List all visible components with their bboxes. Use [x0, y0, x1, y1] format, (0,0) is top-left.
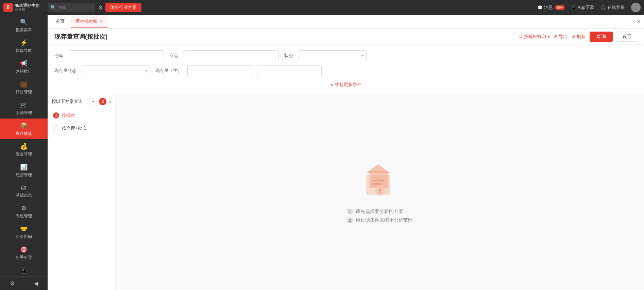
refresh-btn[interactable]: ↺ 刷新: [572, 34, 586, 40]
status-label: 状态: [284, 53, 293, 59]
sidebar-item-newbie[interactable]: 🎯 新手引导: [0, 242, 48, 263]
collapse-label: 收起更多条件: [335, 81, 361, 88]
stock-status-label: 现存量状态: [54, 68, 77, 74]
sidebar-item-label: 库存核算: [16, 131, 32, 137]
sidebar-item-marketing[interactable]: 📢 营销推广: [0, 56, 48, 77]
warehouse-input[interactable]: [69, 50, 164, 61]
collapse-btn[interactable]: ∧ 收起更多条件: [54, 80, 637, 89]
sidebar-item-app-center[interactable]: 📱 应用中心: [0, 263, 48, 276]
online-service-btn[interactable]: 🎧 在线客服: [600, 4, 625, 11]
app-version: 标准版: [15, 8, 39, 12]
sidebar-item-sales[interactable]: 💼 销售管理: [0, 77, 48, 98]
svg-marker-2: [366, 164, 390, 173]
settings-icon[interactable]: ⚙: [98, 4, 103, 11]
stock-status-select[interactable]: [82, 65, 150, 76]
messages-label: 消息: [544, 4, 553, 11]
global-search[interactable]: 🔍 搜索: [48, 3, 95, 12]
headset-icon: 🎧: [600, 5, 606, 10]
main-layout: 🔍 搜索菜单 ⚡ 快捷导航 📢 营销推广 💼 销售管理 🛒 采购管理 📦: [0, 15, 644, 290]
sidebar-item-purchase[interactable]: 🛒 采购管理: [0, 98, 48, 119]
sidebar-item-label: 企业协同: [16, 234, 32, 240]
product-dots[interactable]: ···: [272, 53, 276, 58]
filter-area: 仓库 ··· 商品 ··· 状态 ▾: [48, 45, 644, 94]
operation-icon: 📊: [20, 163, 28, 171]
sidebar-item-basic[interactable]: 🗂 基础信息: [0, 181, 48, 201]
sidebar-item-operation[interactable]: 📊 经营管理: [0, 160, 48, 181]
newbie-icon: 🎯: [20, 246, 28, 253]
trial-button[interactable]: 体验行业方案: [105, 3, 141, 12]
empty-tip-2: 2 用过滤条件来缩小分析范围: [347, 217, 413, 223]
app-download-icon: 📱: [571, 5, 576, 10]
plan-label-by-warehouse-batch: 按仓库+批次: [62, 125, 87, 131]
stock-amount-min-input[interactable]: [187, 65, 252, 76]
plan-dot-active: ⊙: [53, 112, 59, 119]
print-label: 按模板打印: [524, 34, 546, 40]
print-icon: 🖨: [518, 34, 523, 39]
tab-home[interactable]: 首页: [51, 15, 69, 28]
tab-close-icon[interactable]: ✕: [100, 19, 103, 24]
tab-inventory-batch[interactable]: 库存批次账 ✕: [71, 15, 108, 28]
app-download-btn[interactable]: 📱 App下载: [571, 4, 594, 11]
panel-collapse-btn[interactable]: «: [108, 99, 111, 104]
add-icon: +: [92, 99, 95, 104]
messages-btn[interactable]: 💬 消息 99+: [537, 4, 565, 11]
logo-icon: 6: [3, 3, 13, 12]
finance-icon: 💰: [20, 143, 28, 150]
enterprise-icon: 🤝: [20, 225, 28, 233]
panel-header-icons: + ⚙ «: [89, 98, 111, 105]
print-dropdown-icon[interactable]: ▾: [547, 34, 549, 39]
sidebar-item-search-menu[interactable]: 🔍 搜索菜单: [0, 15, 48, 36]
sidebar-scroll: 🔍 搜索菜单 ⚡ 快捷导航 📢 营销推广 💼 销售管理 🛒 采购管理 📦: [0, 15, 48, 276]
sidebar-item-quick-nav[interactable]: ⚡ 快捷导航: [0, 36, 48, 56]
page-header: 现存量查询(按批次) 🖨 按模板打印 ▾ ↗ 导出 ↺ 刷新: [48, 29, 644, 45]
print-btn[interactable]: 🖨 按模板打印 ▾: [518, 34, 549, 40]
sidebar-item-label: 系统管理: [16, 213, 32, 219]
right-content: ? 1 请先选择要分析的方案 2 用过滤条件来缩小分析范围: [116, 94, 644, 290]
search-icon: 🔍: [50, 5, 56, 10]
sidebar-item-inventory[interactable]: 📦 库存核算: [0, 119, 48, 139]
stock-amount-max-input[interactable]: [257, 65, 322, 76]
settings-button[interactable]: 设置: [617, 32, 637, 42]
product-input[interactable]: [184, 50, 279, 61]
warehouse-dots[interactable]: ···: [157, 53, 161, 58]
plan-item-by-warehouse-batch[interactable]: ○ 按仓库+批次: [48, 122, 115, 135]
warehouse-label: 仓库: [54, 53, 63, 59]
panel-settings-btn[interactable]: ⚙: [99, 98, 106, 105]
tab-bar-close-icon[interactable]: ✕: [636, 18, 641, 25]
status-select[interactable]: [299, 50, 367, 61]
sidebar-settings-icon[interactable]: ⚙: [10, 280, 15, 287]
sidebar-item-label: 新手引导: [16, 255, 32, 260]
search-placeholder: 搜索: [58, 5, 66, 11]
online-service-label: 在线客服: [607, 4, 625, 11]
sales-icon: 💼: [20, 80, 28, 88]
empty-tip-1-text: 请先选择要分析的方案: [356, 209, 403, 215]
user-avatar-btn[interactable]: [631, 3, 641, 12]
sidebar-item-enterprise[interactable]: 🤝 企业协同: [0, 222, 48, 242]
tab-inventory-batch-label: 库存批次账: [75, 18, 98, 24]
tab-home-label: 首页: [56, 18, 65, 24]
svg-rect-3: [373, 180, 385, 181]
message-icon: 💬: [537, 5, 543, 10]
empty-tip-2-text: 用过滤条件来缩小分析范围: [356, 217, 413, 223]
sidebar-item-system[interactable]: ⚙ 系统管理: [0, 201, 48, 222]
sidebar-item-label: 营销推广: [16, 69, 32, 74]
export-btn[interactable]: ↗ 导出: [554, 34, 567, 40]
app-logo: 6 畅康通好生意 标准版: [3, 3, 48, 12]
sidebar-item-label: 快捷导航: [16, 48, 32, 54]
plan-item-by-batch[interactable]: ⊙ 按批次: [48, 109, 115, 122]
empty-tips: 1 请先选择要分析的方案 2 用过滤条件来缩小分析范围: [347, 209, 413, 223]
warehouse-input-wrap: ···: [69, 50, 164, 61]
quick-nav-icon: ⚡: [20, 39, 28, 47]
refresh-icon: ↺: [572, 34, 575, 39]
sidebar-collapse-icon[interactable]: ◀: [34, 280, 38, 287]
panel-add-btn[interactable]: +: [89, 98, 97, 105]
product-label: 商品: [169, 53, 178, 59]
sidebar-item-finance[interactable]: 💰 资金管理: [0, 139, 48, 160]
app-name: 畅康通好生意: [15, 3, 39, 8]
query-button[interactable]: 查询: [590, 32, 613, 42]
sidebar-item-label: 采购管理: [16, 110, 32, 116]
sidebar-item-label: 经营管理: [16, 172, 32, 178]
sidebar-item-label: 销售管理: [16, 89, 32, 95]
svg-rect-4: [373, 183, 382, 185]
purchase-icon: 🛒: [20, 101, 28, 109]
